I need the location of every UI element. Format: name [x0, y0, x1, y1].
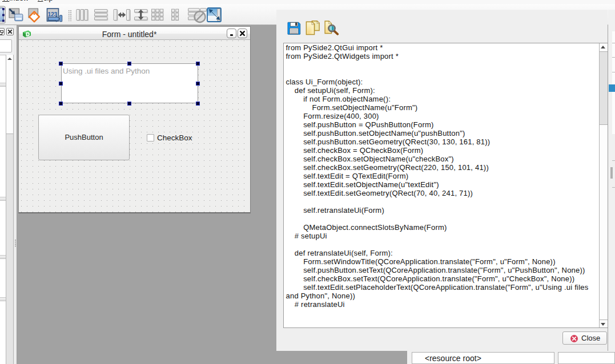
svg-text:123: 123	[48, 11, 58, 18]
